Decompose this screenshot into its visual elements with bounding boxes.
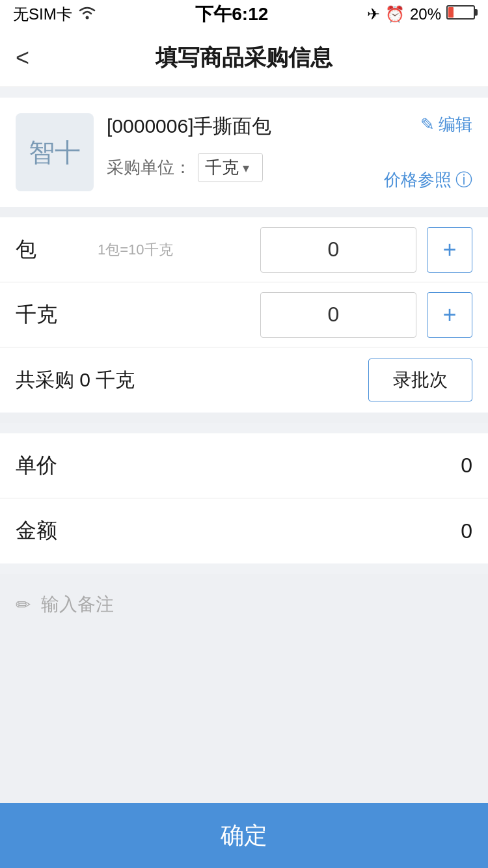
amount-label: 金额	[16, 517, 57, 545]
price-section: 单价 0 金额 0	[0, 433, 488, 563]
bag-input-row: 包 1包=10千克 +	[0, 217, 488, 282]
status-bar: 无SIM卡 下午6:12 ✈ ⏰ 20%	[0, 0, 488, 29]
nav-bar: < 填写商品采购信息	[0, 29, 488, 87]
edit-label: 编辑	[439, 113, 472, 136]
bag-input-wrapper: +	[173, 227, 472, 273]
status-left: 无SIM卡	[13, 4, 97, 25]
remark-placeholder: 输入备注	[41, 592, 114, 617]
total-text: 共采购 0 千克	[16, 367, 135, 394]
page-title: 填写商品采购信息	[156, 43, 332, 73]
edit-button[interactable]: ✎ 编辑	[420, 113, 472, 136]
kg-label: 千克	[16, 301, 94, 329]
kg-plus-button[interactable]: +	[427, 292, 472, 338]
unit-label: 采购单位：	[107, 156, 191, 179]
divider-2	[0, 413, 488, 423]
price-ref-label: 价格参照	[384, 169, 452, 191]
svg-point-0	[85, 16, 88, 20]
bag-plus-button[interactable]: +	[427, 227, 472, 273]
battery-percentage: 20%	[410, 5, 441, 23]
location-icon: ✈	[367, 5, 380, 23]
battery-icon	[446, 5, 475, 23]
unit-price-label: 单价	[16, 452, 57, 480]
unit-price-row: 单价 0	[0, 433, 488, 498]
product-image: 智十	[16, 113, 94, 191]
kg-input-row: 千克 +	[0, 282, 488, 347]
unit-select-value: 千克	[205, 156, 239, 179]
amount-value: 0	[461, 519, 472, 543]
status-time: 下午6:12	[195, 2, 268, 27]
price-ref-button[interactable]: 价格参照 ⓘ	[384, 169, 472, 191]
back-button[interactable]: <	[16, 44, 29, 72]
product-card: 智十 [0000006]手撕面包 采购单位： 千克 ▾ ✎ 编辑 价格参照 ⓘ	[0, 98, 488, 207]
wifi-icon	[77, 5, 97, 23]
confirm-button[interactable]: 确定	[0, 803, 488, 868]
edit-icon: ✎	[420, 115, 435, 135]
bag-label: 包	[16, 236, 94, 264]
product-logo-text: 智十	[29, 135, 81, 170]
remark-section[interactable]: ✏ 输入备注	[0, 574, 488, 635]
kg-plus-icon: +	[442, 301, 456, 329]
pencil-icon: ✏	[16, 594, 31, 616]
input-section: 包 1包=10千克 + 千克 +	[0, 217, 488, 347]
bag-hint: 1包=10千克	[98, 240, 173, 260]
product-name: [0000006]手撕面包	[107, 113, 472, 140]
unit-price-value: 0	[461, 454, 472, 478]
alarm-icon: ⏰	[385, 5, 405, 23]
kg-input[interactable]	[260, 292, 416, 338]
carrier-text: 无SIM卡	[13, 4, 72, 25]
kg-input-wrapper: +	[94, 292, 472, 338]
bag-input[interactable]	[260, 227, 416, 273]
price-ref-icon: ⓘ	[455, 169, 472, 191]
record-batch-label: 录批次	[393, 368, 448, 392]
dropdown-arrow-icon: ▾	[243, 160, 249, 176]
record-batch-button[interactable]: 录批次	[368, 359, 472, 401]
bag-plus-icon: +	[442, 236, 456, 264]
divider-1	[0, 207, 488, 217]
amount-row: 金额 0	[0, 498, 488, 563]
unit-select[interactable]: 千克 ▾	[198, 153, 263, 182]
confirm-label: 确定	[221, 820, 267, 852]
total-row: 共采购 0 千克 录批次	[0, 347, 488, 413]
status-right: ✈ ⏰ 20%	[367, 5, 475, 23]
